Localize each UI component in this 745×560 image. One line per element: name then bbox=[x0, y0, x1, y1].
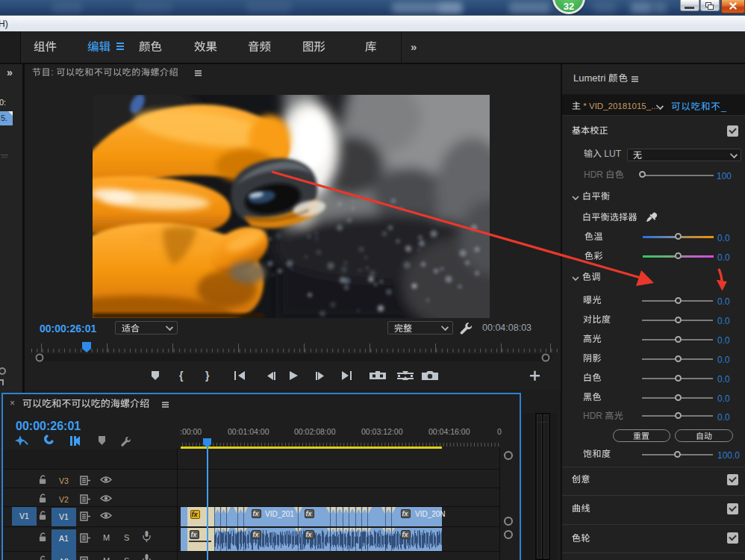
svg-text:}: } bbox=[205, 370, 210, 382]
svg-text:{: { bbox=[179, 370, 184, 382]
